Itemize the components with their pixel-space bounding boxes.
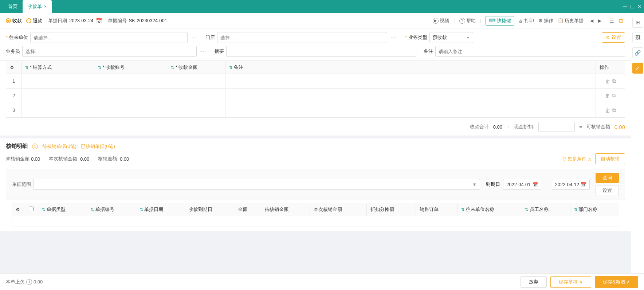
bottom-gear[interactable]: ⚙ bbox=[12, 203, 25, 216]
footer-info-icon[interactable]: ℹ bbox=[26, 279, 32, 285]
calendar-icon[interactable]: 📅 bbox=[96, 18, 102, 24]
unverif-stat: 未核销金额 0.00 bbox=[6, 156, 40, 162]
auto-verif-btn[interactable]: 自动核销 bbox=[595, 153, 625, 164]
video-label: 视频 bbox=[440, 17, 449, 24]
minimize-btn[interactable]: ─ bbox=[623, 3, 627, 10]
copy-icon-2[interactable]: ⧉ bbox=[612, 93, 616, 99]
video-link[interactable]: ▶ 视频 bbox=[433, 17, 449, 24]
query-btn[interactable]: 查询 bbox=[596, 173, 619, 183]
remarks-input[interactable] bbox=[435, 46, 625, 57]
abandon-btn[interactable]: 放弃 bbox=[521, 276, 547, 288]
nav-prev[interactable]: ◀ bbox=[588, 17, 595, 24]
delete-icon-2[interactable]: 🗑 bbox=[605, 93, 610, 99]
close-icon[interactable]: × bbox=[44, 4, 47, 9]
current-stat: 本次核销金额: 0.00 bbox=[49, 156, 89, 162]
draft-label: 保存草稿 bbox=[559, 279, 578, 285]
summary-input[interactable] bbox=[226, 46, 416, 57]
bottom-checkbox-col bbox=[25, 203, 38, 216]
sidebar-link-btn[interactable]: 🔗 bbox=[632, 47, 643, 58]
store-more-btn[interactable]: ··· bbox=[389, 34, 398, 42]
row-1-remark[interactable] bbox=[225, 74, 596, 89]
date-to-input[interactable]: 2022-04-12 📅 bbox=[552, 179, 590, 190]
form-row-1: * 往来单位 ··· 门店 ··· * 业务类型 预收款 ▼ ⚙ 设置 bbox=[6, 32, 625, 43]
verif-stats-row: 未核销金额 0.00 本次核销金额: 0.00 核销差额: 0.00 ▽ 更多条… bbox=[6, 153, 625, 164]
print-link[interactable]: 🖨 打印 bbox=[519, 17, 534, 24]
grid-view-btn[interactable]: ⊞ bbox=[617, 17, 625, 25]
filter-icon: ▽ bbox=[562, 156, 566, 162]
col-dept: ⇅ 部门名称 bbox=[570, 203, 619, 216]
sidebar-image-btn[interactable]: 🖼 bbox=[632, 32, 643, 43]
verify-label: 可核销金额 bbox=[586, 124, 610, 130]
range-select[interactable]: ▼ bbox=[33, 179, 480, 190]
range-field: 单据范围 ▼ bbox=[12, 179, 480, 190]
row-3-amount[interactable] bbox=[167, 103, 225, 118]
table-gear[interactable]: ⚙ bbox=[6, 61, 21, 74]
settings-btn[interactable]: ⚙ 设置 bbox=[602, 32, 625, 43]
discount-input[interactable] bbox=[538, 122, 575, 132]
row-1-settlement[interactable] bbox=[21, 74, 94, 89]
pending-tab[interactable]: 待核销单据(0笔) bbox=[42, 143, 76, 150]
salesperson-more-btn[interactable]: ··· bbox=[199, 48, 207, 55]
copy-icon-3[interactable]: ⧉ bbox=[612, 107, 616, 113]
table-row: 3 🗑 ⧉ bbox=[6, 103, 625, 118]
nav-next[interactable]: ▶ bbox=[596, 17, 603, 24]
row-3-account[interactable] bbox=[94, 103, 167, 118]
nav-arrows: ◀ ▶ bbox=[588, 17, 603, 24]
row-2-remark[interactable] bbox=[225, 89, 596, 103]
copy-icon-1[interactable]: ⧉ bbox=[612, 78, 616, 84]
verif-info-icon[interactable]: ℹ bbox=[32, 144, 38, 149]
radio-refund[interactable]: 退款 bbox=[26, 17, 42, 24]
row-2-account[interactable] bbox=[94, 89, 167, 103]
bottom-table: ⚙ ⇅ 单据类型 ⇅ 单据编号 ⇅ 单据日期 收款到期 bbox=[12, 203, 619, 227]
radio-receipt[interactable]: 收款 bbox=[6, 17, 22, 24]
date-from-input[interactable]: 2022-04-01 📅 bbox=[503, 179, 541, 190]
save-new-btn[interactable]: 保存&新增 ∧ bbox=[595, 276, 638, 288]
more-conditions-btn[interactable]: ▽ 更多条件 ∧ bbox=[562, 156, 592, 162]
row-1-amount[interactable] bbox=[167, 74, 225, 89]
table-section: ⚙ ⇅ * 结算方式 ⇅ * 收款账号 ⇅ * 收款金额 ⇅ bbox=[0, 61, 631, 118]
biz-type-select[interactable]: 预收款 ▼ bbox=[429, 32, 473, 43]
counterparty-input[interactable] bbox=[30, 32, 188, 43]
select-all-checkbox[interactable] bbox=[29, 207, 34, 211]
ops-link[interactable]: ⚙ 操作 bbox=[538, 17, 553, 24]
sort-icon-settlement: ⇅ bbox=[25, 65, 28, 70]
delete-icon-3[interactable]: 🗑 bbox=[605, 107, 610, 113]
row-1-account[interactable] bbox=[94, 74, 167, 89]
filter-settings-btn[interactable]: 设置 bbox=[596, 185, 619, 196]
table-header-row: ⚙ ⇅ * 结算方式 ⇅ * 收款账号 ⇅ * 收款金额 ⇅ bbox=[6, 61, 625, 74]
row-3-settlement[interactable] bbox=[21, 103, 94, 118]
salesperson-field: 业务员 ··· bbox=[6, 46, 207, 57]
unverif-value: 0.00 bbox=[31, 156, 40, 162]
chevron-up-icon: ∧ bbox=[588, 156, 592, 162]
view-icons: ☰ ⊞ bbox=[608, 17, 625, 25]
store-input[interactable] bbox=[217, 32, 387, 43]
help-link[interactable]: ? 帮助 bbox=[459, 17, 476, 24]
done-tab[interactable]: 已核销单据(0笔) bbox=[81, 143, 115, 150]
counterparty-more-btn[interactable]: ··· bbox=[190, 34, 198, 42]
row-2-settlement[interactable] bbox=[21, 89, 94, 103]
row-3-remark[interactable] bbox=[225, 103, 596, 118]
settings-btn-wrap: ⚙ 设置 bbox=[602, 32, 625, 43]
table-row: 1 🗑 ⧉ bbox=[6, 74, 625, 89]
ops-icons-1: 🗑 ⧉ bbox=[596, 78, 625, 84]
sidebar-table-btn[interactable]: ⊞ bbox=[632, 17, 643, 28]
tab-home[interactable]: 首页 bbox=[3, 0, 23, 13]
draft-btn[interactable]: 保存草稿 ∧ bbox=[550, 276, 591, 288]
shortcut-btn[interactable]: ⌨ 快捷键 bbox=[486, 16, 514, 26]
list-view-btn[interactable]: ☰ bbox=[608, 17, 616, 25]
salesperson-input[interactable] bbox=[22, 46, 197, 57]
window-close-btn[interactable]: × bbox=[638, 3, 641, 10]
col-ops: 操作 bbox=[596, 61, 625, 74]
history-label: 历史单据 bbox=[565, 17, 584, 24]
verif-right: ▽ 更多条件 ∧ 自动核销 bbox=[562, 153, 625, 164]
sidebar-expand-btn[interactable]: ⤢ bbox=[632, 63, 643, 74]
bill-no-value: SK-20230324-001 bbox=[129, 18, 168, 23]
history-link[interactable]: 📋 历史单据 bbox=[558, 17, 584, 24]
ops-icons-2: 🗑 ⧉ bbox=[596, 93, 625, 99]
row-2-amount[interactable] bbox=[167, 89, 225, 103]
delete-icon-1[interactable]: 🗑 bbox=[605, 78, 610, 84]
tab-receipt[interactable]: 收款单 × bbox=[23, 0, 52, 13]
maximize-btn[interactable]: □ bbox=[631, 3, 634, 10]
current-label: 本次核销金额: bbox=[49, 156, 79, 162]
store-label: 门店 bbox=[205, 34, 215, 41]
